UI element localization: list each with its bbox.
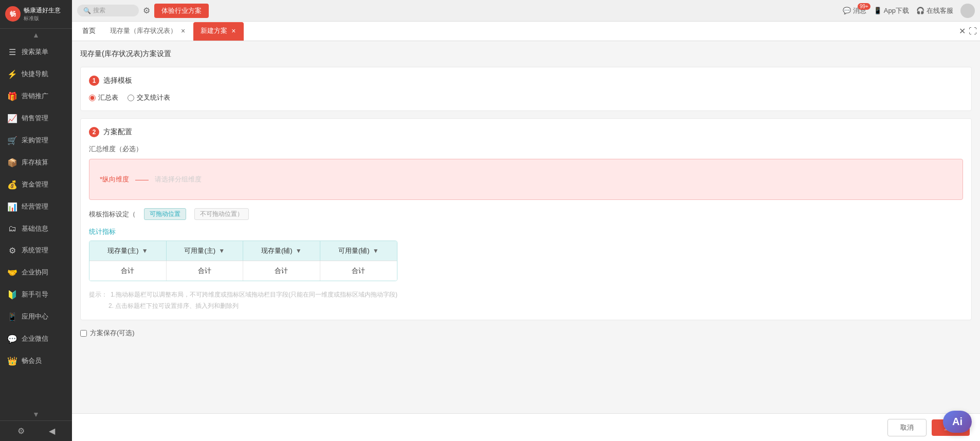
ai-bubble-label: Ai (952, 416, 963, 428)
radio-cross-input[interactable] (128, 95, 134, 101)
scheme-save-checkbox[interactable] (80, 330, 87, 337)
tab-home-label: 首页 (82, 26, 96, 35)
sidebar-item-guide[interactable]: 🔰 新手引导 (0, 284, 72, 306)
sidebar-item-basic-info[interactable]: 🗂 基础信息 (0, 218, 72, 240)
col-head-current-aux: 现存量(辅) ▼ (243, 241, 320, 261)
sidebar-item-label: 企业协同 (22, 268, 48, 277)
cancel-button[interactable]: 取消 (887, 419, 927, 436)
indicator-setting: 模板指标设定（ 可拖动位置 不可拖动位置） (89, 208, 963, 220)
sidebar-item-label: 销售管理 (22, 114, 48, 123)
ai-bubble[interactable]: Ai (943, 411, 972, 433)
tab-new-plan[interactable]: 新建方案 × (193, 22, 244, 41)
radio-summary[interactable]: 汇总表 (89, 93, 118, 102)
step1-header: 1 选择模板 (89, 76, 963, 86)
dimension-label: 汇总维度（必选） (89, 144, 963, 154)
col-head-available-main: 可用量(主) ▼ (167, 241, 244, 261)
col-head-available-main-label: 可用量(主) (184, 246, 215, 255)
sidebar-item-label: 搜索菜单 (22, 47, 48, 57)
sidebar-item-app-center[interactable]: 📱 应用中心 (0, 306, 72, 328)
sidebar-scroll-up[interactable]: ▲ (0, 29, 72, 41)
topbar-gear-button[interactable]: ⚙ (143, 6, 150, 15)
enterprise-icon: 🤝 (7, 268, 17, 278)
sidebar-item-sales[interactable]: 📈 销售管理 (0, 107, 72, 130)
tab-new-plan-close[interactable]: × (230, 27, 237, 35)
system-icon: ⚙ (7, 246, 17, 255)
user-avatar[interactable] (960, 4, 975, 18)
purchase-icon: 🛒 (7, 136, 17, 145)
sidebar-item-system[interactable]: ⚙ 系统管理 (0, 240, 72, 262)
app-download-button[interactable]: 📱 App下载 (874, 6, 909, 15)
page-content: 现存量(库存状况表)方案设置 1 选择模板 汇总表 交叉统计表 2 (72, 41, 980, 413)
step2-badge: 2 (89, 127, 99, 137)
dimension-box[interactable]: *纵向维度 —— 请选择分组维度 (89, 159, 963, 200)
audio-button[interactable]: ◀ (49, 426, 55, 436)
sidebar-item-label: 采购管理 (22, 136, 48, 145)
operation-icon: 📊 (7, 202, 17, 212)
online-service-button[interactable]: 🎧 在线客服 (916, 6, 953, 15)
sidebar-item-wechat[interactable]: 💬 企业微信 (0, 328, 72, 350)
sidebar-item-inventory[interactable]: 📦 库存核算 (0, 152, 72, 174)
sidebar-item-enterprise[interactable]: 🤝 企业协同 (0, 262, 72, 284)
sidebar-item-label: 经营管理 (22, 202, 48, 211)
messages-icon: 💬 (843, 7, 851, 14)
app-download-icon: 📱 (874, 7, 882, 14)
col-cell-available-aux: 合计 (320, 261, 397, 281)
settings-button[interactable]: ⚙ (17, 426, 25, 436)
col-head-available-aux-dropdown[interactable]: ▼ (373, 247, 379, 254)
tab-inventory-status-close[interactable]: × (180, 27, 186, 35)
tabbar: 首页 现存量（库存状况表） × 新建方案 × ✕ ⛶ (72, 22, 980, 41)
sidebar-item-marketing[interactable]: 🎁 营销推广 (0, 85, 72, 107)
tip2-item: 2. 点击标题栏下拉可设置排序、插入列和删除列 (89, 301, 963, 312)
step2-header: 2 方案配置 (89, 127, 963, 137)
tab-fullscreen-button[interactable]: ⛶ (969, 26, 977, 36)
col-head-current-aux-label: 现存量(辅) (261, 246, 293, 255)
radio-cross[interactable]: 交叉统计表 (128, 93, 170, 102)
section-plan-config: 2 方案配置 汇总维度（必选） *纵向维度 —— 请选择分组维度 模板指标设定（… (80, 118, 972, 320)
messages-button[interactable]: 💬 消息 99+ (843, 6, 866, 15)
sidebar-bottom: ⚙ ◀ (0, 420, 72, 441)
sidebar-item-label: 基础信息 (22, 224, 48, 233)
step2-title: 方案配置 (103, 127, 132, 137)
radio-summary-label: 汇总表 (98, 93, 118, 102)
sidebar-scroll-down[interactable]: ▼ (0, 408, 72, 420)
topbar-search[interactable]: 🔍 搜索 (77, 5, 139, 16)
col-head-current-main: 现存量(主) ▼ (89, 241, 167, 261)
sidebar-nav: ☰ 搜索菜单 ⚡ 快捷导航 🎁 营销推广 📈 销售管理 🛒 采购管理 📦 库存核… (0, 41, 72, 408)
tab-inventory-status[interactable]: 现存量（库存状况表） × (103, 22, 193, 41)
marketing-icon: 🎁 (7, 91, 17, 101)
sidebar-item-member[interactable]: 👑 畅会员 (0, 350, 72, 372)
tab-close-all-button[interactable]: ✕ (959, 26, 966, 36)
trial-button[interactable]: 体验行业方案 (154, 4, 209, 18)
sidebar-item-finance[interactable]: 💰 资金管理 (0, 174, 72, 196)
sidebar-item-search-menu[interactable]: ☰ 搜索菜单 (0, 41, 72, 63)
indicator-non-draggable-tag: 不可拖动位置） (194, 208, 249, 220)
col-head-current-main-dropdown[interactable]: ▼ (142, 247, 148, 254)
sidebar-item-purchase[interactable]: 🛒 采购管理 (0, 130, 72, 152)
tabbar-actions: ✕ ⛶ (959, 26, 977, 36)
stats-table: 现存量(主) ▼ 可用量(主) ▼ 现存量(辅) ▼ 可用量(辅) (89, 241, 397, 281)
tips-title-label: 提示： (89, 289, 107, 301)
sidebar-item-operation[interactable]: 📊 经营管理 (0, 196, 72, 218)
sidebar-item-label: 新手引导 (22, 290, 48, 299)
sidebar-item-label: 资金管理 (22, 180, 48, 189)
dimension-separator: —— (135, 176, 149, 183)
scheme-save-label: 方案保存(可选) (90, 328, 135, 338)
tab-inventory-status-label: 现存量（库存状况表） (110, 26, 177, 35)
sidebar-item-shortcut[interactable]: ⚡ 快捷导航 (0, 63, 72, 85)
inventory-icon: 📦 (7, 158, 17, 168)
sidebar: 畅 畅康通好生意 标准版 ▲ ☰ 搜索菜单 ⚡ 快捷导航 🎁 营销推广 📈 销售… (0, 0, 72, 441)
col-cell-available-main: 合计 (167, 261, 244, 281)
logo-icon: 畅 (5, 6, 21, 22)
radio-summary-input[interactable] (89, 95, 96, 101)
shortcut-icon: ⚡ (7, 69, 17, 79)
headset-icon: 🎧 (916, 7, 924, 14)
tab-home[interactable]: 首页 (75, 22, 103, 41)
tab-new-plan-label: 新建方案 (201, 26, 227, 35)
sidebar-item-label: 畅会员 (22, 356, 42, 365)
col-head-available-main-dropdown[interactable]: ▼ (219, 247, 225, 254)
sidebar-item-label: 库存核算 (22, 158, 48, 167)
col-head-available-aux: 可用量(辅) ▼ (320, 241, 397, 261)
col-head-current-aux-dropdown[interactable]: ▼ (296, 247, 302, 254)
sidebar-item-label: 系统管理 (22, 246, 48, 255)
sales-icon: 📈 (7, 114, 17, 123)
